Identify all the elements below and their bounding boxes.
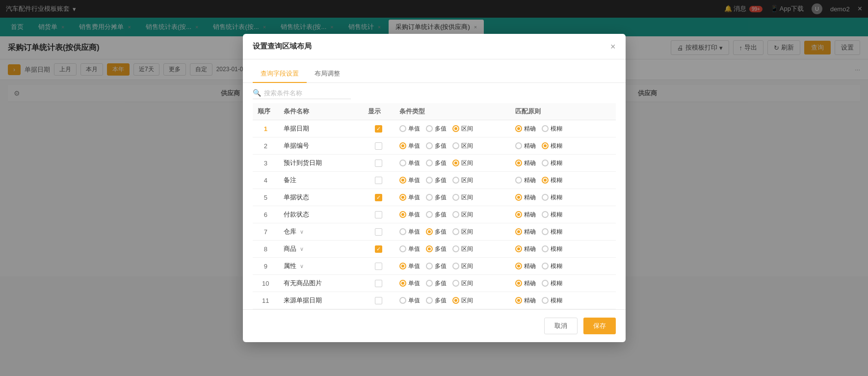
type-radio-区间[interactable]: 区间	[452, 228, 473, 236]
type-radio-group: 单值多值区间	[399, 211, 505, 219]
show-checkbox[interactable]	[375, 245, 382, 253]
type-radio-单值[interactable]: 单值	[399, 262, 420, 270]
radio-circle	[426, 177, 433, 184]
type-radio-区间[interactable]: 区间	[452, 159, 473, 167]
type-radio-多值[interactable]: 多值	[426, 262, 447, 270]
type-radio-多值[interactable]: 多值	[426, 193, 447, 202]
expand-icon[interactable]: ∨	[298, 263, 304, 269]
type-radio-区间[interactable]: 区间	[452, 193, 473, 202]
show-checkbox[interactable]	[375, 228, 382, 236]
th-show: 显示	[363, 103, 395, 120]
type-radio-区间[interactable]: 区间	[452, 176, 473, 185]
condition-name: 属性	[284, 262, 296, 269]
radio-circle	[426, 211, 433, 218]
type-radio-单值[interactable]: 单值	[399, 245, 420, 253]
dialog-title: 设置查询区域布局	[253, 42, 312, 51]
type-radio-单值[interactable]: 单值	[399, 159, 420, 167]
type-radio-区间[interactable]: 区间	[452, 245, 473, 253]
type-radio-group: 单值多值区间	[399, 245, 505, 253]
radio-circle	[399, 142, 406, 149]
type-radio-多值[interactable]: 多值	[426, 176, 447, 185]
radio-circle	[542, 194, 549, 201]
match-radio-精确[interactable]: 精确	[515, 159, 536, 167]
radio-circle	[426, 125, 433, 132]
radio-circle	[399, 194, 406, 201]
match-radio-精确[interactable]: 精确	[515, 142, 536, 150]
match-radio-模糊[interactable]: 模糊	[542, 193, 562, 202]
search-input[interactable]	[264, 89, 342, 97]
radio-circle	[452, 263, 459, 269]
type-radio-区间[interactable]: 区间	[452, 125, 473, 133]
th-type: 条件类型	[395, 103, 510, 120]
radio-circle	[452, 228, 459, 235]
show-checkbox[interactable]	[375, 142, 382, 150]
radio-circle	[542, 228, 549, 235]
show-checkbox[interactable]	[375, 125, 382, 133]
show-checkbox[interactable]	[375, 177, 382, 184]
type-radio-单值[interactable]: 单值	[399, 193, 420, 202]
show-checkbox[interactable]	[375, 263, 382, 270]
type-radio-多值[interactable]: 多值	[426, 245, 447, 253]
show-checkbox[interactable]	[375, 160, 382, 167]
condition-name: 单据日期	[284, 125, 309, 132]
radio-circle	[399, 245, 406, 252]
match-radio-group: 精确模糊	[515, 211, 611, 219]
match-radio-模糊[interactable]: 模糊	[542, 176, 562, 185]
type-radio-单值[interactable]: 单值	[399, 211, 420, 219]
match-radio-模糊[interactable]: 模糊	[542, 262, 562, 270]
table-row: 6付款状态单值多值区间精确模糊	[253, 206, 616, 223]
type-radio-多值[interactable]: 多值	[426, 142, 447, 150]
match-radio-模糊[interactable]: 模糊	[542, 211, 562, 219]
radio-circle	[542, 160, 549, 166]
type-radio-单值[interactable]: 单值	[399, 142, 420, 150]
match-radio-精确[interactable]: 精确	[515, 228, 536, 236]
radio-circle	[542, 125, 549, 132]
radio-circle	[399, 177, 406, 184]
table-row: 10有无商品图片单值多值区间精确模糊	[253, 275, 616, 277]
match-radio-模糊[interactable]: 模糊	[542, 245, 562, 253]
table-row: 5单据状态单值多值区间精确模糊	[253, 189, 616, 206]
type-radio-单值[interactable]: 单值	[399, 228, 420, 236]
match-radio-模糊[interactable]: 模糊	[542, 159, 562, 167]
type-radio-区间[interactable]: 区间	[452, 262, 473, 270]
dialog-tab-query[interactable]: 查询字段设置	[253, 65, 307, 83]
type-radio-多值[interactable]: 多值	[426, 125, 447, 133]
match-radio-模糊[interactable]: 模糊	[542, 142, 562, 150]
match-radio-精确[interactable]: 精确	[515, 262, 536, 270]
expand-icon[interactable]: ∨	[298, 229, 304, 235]
dialog-close-button[interactable]: ×	[610, 42, 616, 51]
type-radio-单值[interactable]: 单值	[399, 176, 420, 185]
radio-circle	[426, 194, 433, 201]
radio-circle	[542, 245, 549, 252]
radio-circle	[399, 211, 406, 218]
type-radio-多值[interactable]: 多值	[426, 211, 447, 219]
match-radio-精确[interactable]: 精确	[515, 125, 536, 133]
type-radio-group: 单值多值区间	[399, 193, 505, 202]
type-radio-多值[interactable]: 多值	[426, 228, 447, 236]
type-radio-单值[interactable]: 单值	[399, 125, 420, 133]
type-radio-区间[interactable]: 区间	[452, 142, 473, 150]
radio-circle	[515, 142, 522, 149]
radio-circle	[515, 125, 522, 132]
match-radio-模糊[interactable]: 模糊	[542, 125, 562, 133]
radio-circle	[542, 211, 549, 218]
match-radio-精确[interactable]: 精确	[515, 176, 536, 185]
match-radio-精确[interactable]: 精确	[515, 211, 536, 219]
radio-circle	[426, 263, 433, 269]
expand-icon[interactable]: ∨	[298, 246, 304, 252]
radio-circle	[452, 142, 459, 149]
dialog-search-area: 🔍	[243, 83, 626, 103]
condition-name: 单据编号	[284, 142, 309, 149]
type-radio-多值[interactable]: 多值	[426, 159, 447, 167]
show-checkbox[interactable]	[375, 211, 382, 218]
match-radio-精确[interactable]: 精确	[515, 245, 536, 253]
radio-circle	[426, 228, 433, 235]
show-checkbox[interactable]	[375, 194, 382, 201]
match-radio-精确[interactable]: 精确	[515, 193, 536, 202]
th-name: 条件名称	[279, 103, 363, 120]
match-radio-模糊[interactable]: 模糊	[542, 228, 562, 236]
match-radio-group: 精确模糊	[515, 262, 611, 270]
type-radio-区间[interactable]: 区间	[452, 211, 473, 219]
dialog-tab-layout[interactable]: 布局调整	[307, 65, 348, 83]
dialog-header: 设置查询区域布局 ×	[243, 34, 626, 59]
